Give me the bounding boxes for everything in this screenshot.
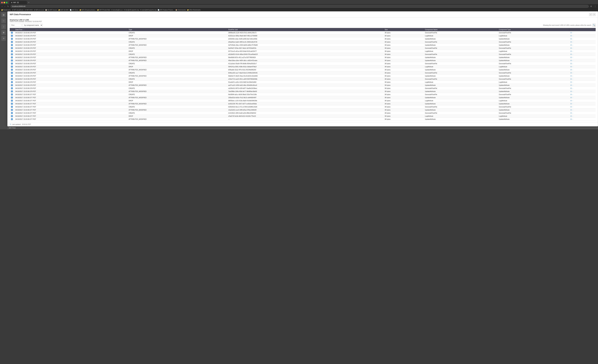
sidebar-icon-1[interactable]: ⊞ (1, 13, 6, 17)
refresh-icon[interactable]: ↻ (10, 123, 11, 125)
info-icon[interactable]: i (11, 75, 13, 77)
row-action-icon[interactable]: ⚙→ (570, 78, 573, 80)
cell-actions[interactable]: ⚙→ (569, 118, 596, 121)
info-icon[interactable]: i (11, 59, 13, 61)
row-action-icon[interactable]: ⚙→ (570, 63, 573, 65)
cell-actions[interactable]: ⚙→ (569, 84, 596, 87)
row-action-icon[interactable]: ⚙→ (570, 91, 573, 92)
cell-actions[interactable]: ⚙→ (569, 47, 596, 50)
cell-actions[interactable]: ⚙→ (569, 68, 596, 71)
sidebar-icon-3[interactable]: ↕ (1, 24, 6, 29)
cell-actions[interactable]: ⚙→ (569, 81, 596, 84)
filter-input[interactable] (10, 24, 22, 27)
bookmark-asf-git[interactable]: 📁 ASF Git NiFi (58, 9, 69, 11)
cell-actions[interactable]: ⚙→ (569, 78, 596, 81)
row-action-icon[interactable]: ⚙→ (570, 112, 573, 114)
cell-actions[interactable]: ⚙→ (569, 96, 596, 99)
close-button[interactable] (1, 2, 3, 3)
info-icon[interactable]: i (11, 84, 13, 86)
new-tab-button[interactable]: + (27, 1, 30, 4)
row-action-icon[interactable]: ⚙→ (570, 84, 573, 86)
row-action-icon[interactable]: ⚙→ (570, 41, 573, 43)
cell-actions[interactable]: ⚙→ (569, 56, 596, 59)
col-component-type[interactable]: Component Type (498, 28, 569, 31)
row-action-icon[interactable]: ⚙→ (570, 53, 573, 55)
info-icon[interactable]: i (11, 38, 13, 40)
cell-actions[interactable]: ⚙→ (569, 37, 596, 41)
cell-actions[interactable]: ⚙→ (569, 90, 596, 93)
back-button[interactable]: ‹ (1, 5, 3, 8)
col-size[interactable]: Size (383, 28, 424, 31)
cell-actions[interactable]: ⚙→ (569, 41, 596, 43)
cell-actions[interactable]: ⚙→ (569, 50, 596, 53)
row-action-icon[interactable]: ⚙→ (570, 118, 573, 120)
bookmark-nifi-localhost[interactable]: ⚙ NiFi (localhost) (12, 9, 23, 11)
info-icon[interactable]: i (11, 72, 13, 74)
row-action-icon[interactable]: ⚙→ (570, 57, 573, 58)
row-action-icon[interactable]: ⚙→ (570, 100, 573, 101)
extensions-icon[interactable]: ⚙ (590, 5, 593, 8)
minimize-button[interactable] (4, 2, 5, 3)
row-action-icon[interactable]: ⚙→ (570, 38, 573, 40)
cell-actions[interactable]: ⚙→ (569, 31, 596, 34)
cell-actions[interactable]: ⚙→ (569, 53, 596, 56)
cell-actions[interactable]: ⚙→ (569, 112, 596, 115)
cell-actions[interactable]: ⚙→ (569, 87, 596, 90)
dialog-close-button[interactable]: × (593, 13, 596, 16)
row-action-icon[interactable]: ⚙→ (570, 75, 573, 77)
bookmark-hortonworks[interactable]: 🏠 Hortonworks (175, 9, 186, 11)
cell-actions[interactable]: ⚙→ (569, 65, 596, 68)
bookmark-users-nifi[interactable]: ✉ users@nifi.apache.org (140, 9, 156, 11)
info-icon[interactable]: i (11, 63, 13, 65)
sidebar-icon-5[interactable]: ≡ (1, 36, 6, 41)
info-icon[interactable]: i (11, 41, 13, 43)
col-uuid[interactable]: FlowFile Uuid (227, 28, 383, 31)
cell-actions[interactable]: ⚙→ (569, 115, 596, 118)
cell-actions[interactable]: ⚙→ (569, 102, 596, 105)
cell-actions[interactable]: ⚙→ (569, 71, 596, 74)
info-icon[interactable]: i (11, 106, 13, 108)
cell-actions[interactable]: ⚙→ (569, 74, 596, 78)
bookmark-bookmarks[interactable]: 📁 Bookmarks (1, 9, 11, 11)
bookmark-nifi-nna[interactable]: ⚙ NiFi (n.n.a.o) (34, 9, 44, 11)
info-icon[interactable]: i (11, 90, 13, 92)
info-icon[interactable]: i (11, 97, 13, 99)
cell-actions[interactable]: ⚙→ (569, 108, 596, 112)
info-icon[interactable]: i (11, 53, 13, 55)
filter-select[interactable]: by component name by component type by e… (22, 24, 43, 27)
info-icon[interactable]: i (11, 44, 13, 46)
bookmark-dev-nifi[interactable]: ✉ dev@nifi.apache.org (124, 9, 139, 11)
row-action-icon[interactable]: ⚙→ (570, 32, 573, 33)
search-button[interactable]: 🔍 (592, 24, 596, 27)
bookmark-security[interactable]: ✉ security@n.a.o (111, 9, 123, 11)
info-icon[interactable]: i (11, 78, 13, 80)
row-action-icon[interactable]: ⚙→ (570, 60, 573, 61)
sidebar-icon-2[interactable]: ↔ (1, 18, 6, 23)
bookmark-nifi-docs[interactable]: 📄 NiFi Docs (70, 9, 78, 11)
bookmark-onyara[interactable]: 📁 NiFi (Onyara proces... (79, 9, 96, 11)
info-icon[interactable]: i (11, 69, 13, 71)
row-action-icon[interactable]: ⚙→ (570, 66, 573, 67)
info-icon[interactable]: i (11, 115, 13, 117)
cell-actions[interactable]: ⚙→ (569, 105, 596, 108)
row-action-icon[interactable]: ⚙→ (570, 115, 573, 117)
info-icon[interactable]: i (11, 93, 13, 95)
info-icon[interactable]: i (11, 109, 13, 111)
row-action-icon[interactable]: ⚙→ (570, 97, 573, 99)
info-icon[interactable]: i (11, 112, 13, 114)
bookmark-my-nifi-issues[interactable]: 📋 My NiFi Issues (45, 9, 57, 11)
info-icon[interactable]: i (11, 87, 13, 89)
info-icon[interactable]: i (11, 81, 13, 83)
row-action-icon[interactable]: ⚙→ (570, 69, 573, 71)
info-icon[interactable]: i (11, 50, 13, 52)
cell-actions[interactable]: ⚙→ (569, 62, 596, 65)
bookmark-feature-proposals[interactable]: 📄 NiFi Feature Propos... (158, 9, 174, 11)
bookmark-other[interactable]: 📁 Other Bookmarks (187, 9, 201, 11)
menu-button[interactable]: ⋮ (594, 5, 597, 8)
row-action-icon[interactable]: ⚙→ (570, 106, 573, 108)
row-action-icon[interactable]: ⚙→ (570, 94, 573, 95)
bookmark-nifi-mail[interactable]: 📁 NiFi Private Mail (97, 9, 110, 11)
cell-actions[interactable]: ⚙→ (569, 93, 596, 96)
row-action-icon[interactable]: ⚙→ (570, 35, 573, 37)
tab-close-button[interactable]: × (17, 2, 19, 3)
